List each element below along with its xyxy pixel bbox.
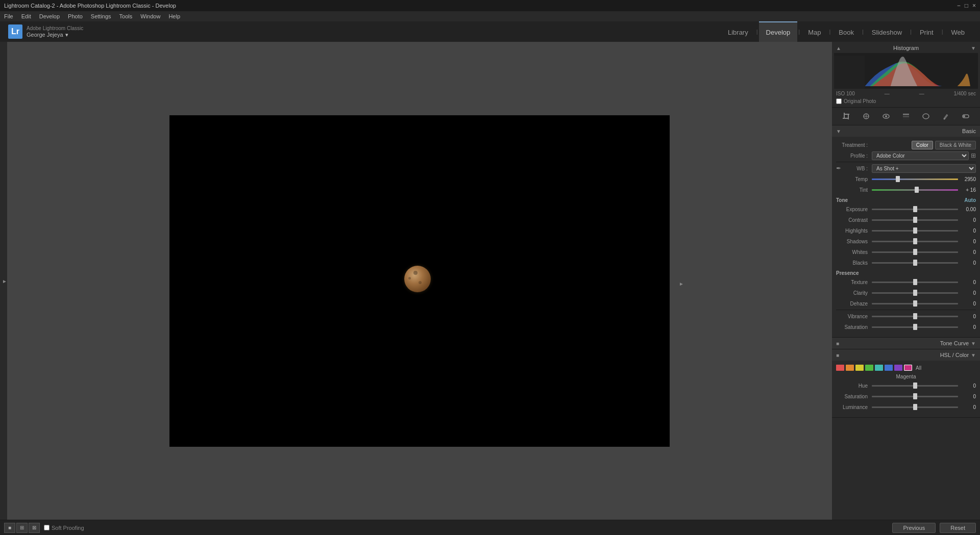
svg-rect-2 (843, 118, 848, 119)
menu-file[interactable]: File (4, 13, 13, 19)
treatment-color-btn[interactable]: Color (912, 141, 933, 149)
before-after-btn[interactable]: ⊞ (16, 523, 28, 533)
hsl-enable-icon[interactable]: ■ (836, 352, 839, 358)
radial-filter-tool[interactable] (919, 111, 933, 122)
crop-tool[interactable] (840, 111, 853, 122)
spot-removal-tool[interactable] (860, 111, 873, 122)
hsl-all-label[interactable]: All (916, 365, 921, 371)
nav-map[interactable]: Map (801, 21, 828, 42)
dehaze-slider[interactable] (872, 303, 958, 304)
hsl-panel-header[interactable]: ■ HSL / Color ▼ (832, 349, 980, 361)
saturation-slider[interactable] (872, 326, 958, 328)
tone-curve-collapse-icon[interactable]: ▼ (971, 341, 976, 346)
saturation-thumb[interactable] (913, 324, 917, 330)
nav-library[interactable]: Library (721, 21, 755, 42)
clarity-thumb[interactable] (913, 290, 917, 296)
exposure-slider[interactable] (872, 209, 958, 210)
loupe-view-btn[interactable]: ■ (4, 523, 15, 533)
minimize-button[interactable]: − (957, 2, 961, 9)
graduated-filter-tool[interactable] (899, 111, 913, 122)
lr-user[interactable]: George Jejeya ▾ (27, 32, 83, 38)
tone-curve-enable-icon[interactable]: ■ (836, 341, 839, 346)
whites-slider[interactable] (872, 251, 958, 253)
hsl-dot-yellow[interactable] (855, 365, 864, 371)
tint-slider[interactable] (872, 189, 958, 191)
vibrance-slider[interactable] (872, 316, 958, 317)
profile-select[interactable]: Adobe Color (872, 151, 969, 160)
hsl-hue-thumb[interactable] (913, 383, 917, 389)
hsl-dot-orange[interactable] (846, 365, 854, 371)
profile-grid-icon[interactable]: ⊞ (971, 152, 976, 159)
vibrance-thumb[interactable] (913, 313, 917, 319)
menu-photo[interactable]: Photo (68, 13, 83, 19)
shadows-slider[interactable] (872, 241, 958, 242)
highlights-thumb[interactable] (913, 227, 917, 234)
eyedropper-icon[interactable]: ✒ (836, 165, 841, 172)
exposure-thumb[interactable] (913, 206, 917, 212)
svg-point-14 (923, 114, 929, 119)
left-panel-toggle[interactable]: ► (2, 278, 7, 284)
texture-slider[interactable] (872, 282, 958, 283)
hsl-sat-slider[interactable] (872, 396, 958, 397)
hsl-dot-aqua[interactable] (875, 365, 883, 371)
hsl-collapse-icon[interactable]: ▼ (971, 352, 976, 358)
redeye-tool[interactable] (879, 111, 893, 122)
nav-develop[interactable]: Develop (759, 21, 798, 42)
profile-label: Profile : (836, 153, 872, 159)
tone-auto-btn[interactable]: Auto (964, 197, 976, 203)
histogram-collapse-icon[interactable]: ▼ (971, 45, 976, 51)
range-mask-tool[interactable] (959, 111, 972, 122)
right-panel-toggle[interactable]: ► (679, 281, 684, 287)
hsl-dot-blue[interactable] (885, 365, 893, 371)
dehaze-thumb[interactable] (913, 300, 917, 307)
hsl-lum-thumb[interactable] (913, 404, 917, 410)
maximize-button[interactable]: □ (965, 2, 968, 9)
histogram-canvas (834, 53, 978, 89)
title-bar-controls[interactable]: − □ × (957, 2, 976, 9)
hsl-dot-green[interactable] (865, 365, 873, 371)
blacks-thumb[interactable] (913, 260, 917, 266)
previous-button[interactable]: Previous (892, 523, 936, 533)
menu-window[interactable]: Window (140, 13, 160, 19)
menu-edit[interactable]: Edit (21, 13, 31, 19)
original-photo-checkbox[interactable] (836, 98, 842, 104)
nav-print[interactable]: Print (913, 21, 941, 42)
nav-web[interactable]: Web (944, 21, 972, 42)
menu-tools[interactable]: Tools (119, 13, 133, 19)
nav-slideshow[interactable]: Slideshow (865, 21, 909, 42)
tint-thumb[interactable] (915, 187, 919, 193)
original-photo-row[interactable]: Original Photo (834, 97, 978, 105)
basic-panel-header[interactable]: ▼ Basic (832, 125, 980, 137)
contrast-slider[interactable] (872, 219, 958, 221)
treatment-bw-btn[interactable]: Black & White (935, 141, 976, 149)
temp-slider[interactable] (872, 179, 958, 180)
nav-book[interactable]: Book (831, 21, 861, 42)
soft-proofing-checkbox[interactable] (44, 525, 50, 530)
close-button[interactable]: × (972, 2, 976, 9)
whites-thumb[interactable] (913, 249, 917, 255)
wb-selector[interactable]: As Shot + (872, 164, 976, 173)
reset-button[interactable]: Reset (940, 523, 976, 533)
soft-proofing-toggle[interactable]: Soft Proofing (44, 525, 84, 531)
blacks-slider[interactable] (872, 262, 958, 264)
clarity-slider[interactable] (872, 292, 958, 294)
hsl-dot-purple[interactable] (894, 365, 902, 371)
svg-rect-3 (848, 115, 849, 119)
contrast-thumb[interactable] (913, 217, 917, 223)
texture-thumb[interactable] (913, 279, 917, 285)
hsl-dot-magenta[interactable] (904, 365, 912, 371)
photo-area[interactable]: ► (7, 42, 832, 520)
hsl-dot-red[interactable] (836, 365, 844, 371)
menu-develop[interactable]: Develop (39, 13, 60, 19)
menu-help[interactable]: Help (168, 13, 180, 19)
hsl-sat-thumb[interactable] (913, 393, 917, 399)
adjustment-brush-tool[interactable] (939, 111, 952, 122)
tone-curve-header[interactable]: ■ Tone Curve ▼ (832, 338, 980, 349)
temp-thumb[interactable] (896, 176, 900, 182)
menu-settings[interactable]: Settings (91, 13, 111, 19)
survey-view-btn[interactable]: ⊠ (29, 523, 40, 533)
highlights-slider[interactable] (872, 230, 958, 232)
hsl-lum-slider[interactable] (872, 406, 958, 408)
shadows-thumb[interactable] (913, 238, 917, 244)
hsl-hue-slider[interactable] (872, 385, 958, 387)
